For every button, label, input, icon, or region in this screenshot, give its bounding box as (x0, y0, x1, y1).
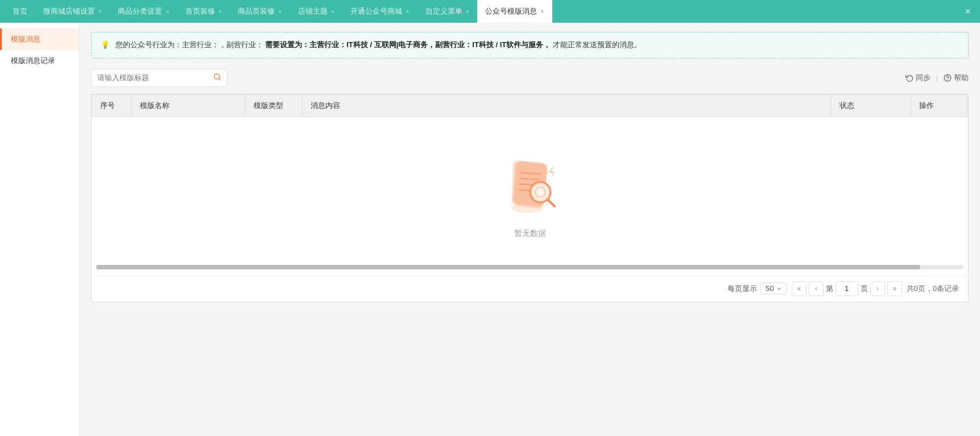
sync-button[interactable]: 同步 (905, 73, 931, 83)
close-tab-product-decoration[interactable]: × (278, 8, 282, 15)
search-button[interactable] (213, 73, 221, 82)
toolbar-right: 同步 | 帮助 (905, 73, 969, 83)
close-tab-template-msg[interactable]: × (540, 8, 544, 15)
first-page-button[interactable] (792, 281, 807, 296)
table-container: 序号 模版名称 模版类型 消息内容 状态 (91, 94, 969, 302)
sidebar-item-template-msg-log-label: 模版消息记录 (11, 56, 55, 65)
tab-shop-theme[interactable]: 店铺主题 × (290, 0, 342, 23)
close-tab-shop-theme[interactable]: × (331, 8, 334, 15)
tab-custom-menu[interactable]: 自定义菜单 × (417, 0, 477, 23)
svg-line-13 (551, 167, 553, 171)
empty-state-text: 暂无数据 (514, 229, 546, 239)
table-header-row: 序号 模版名称 模版类型 消息内容 状态 (92, 94, 968, 117)
tab-custom-menu-label: 自定义菜单 (425, 6, 462, 16)
chevron-down-icon (776, 286, 782, 292)
svg-line-16 (547, 171, 551, 173)
page-label-suffix: 页 (861, 284, 868, 294)
notice-highlight: 需要设置为：主营行业：IT科技 / 互联网|电子商务，副营行业：IT科技 / I… (265, 40, 551, 49)
close-tab-shop-settings[interactable]: × (98, 8, 102, 15)
next-page-button[interactable] (870, 281, 885, 296)
close-tab-open-mall[interactable]: × (406, 8, 409, 15)
close-tab-home-decoration[interactable]: × (218, 8, 222, 15)
col-header-name: 模版名称 (132, 94, 246, 117)
page-number-input[interactable] (836, 281, 858, 296)
scrollbar-track[interactable] (96, 265, 964, 269)
tab-home-decoration-label: 首页装修 (185, 6, 215, 16)
close-tab-custom-menu[interactable]: × (466, 8, 469, 15)
prev-page-button[interactable] (809, 281, 824, 296)
close-tab-category-settings[interactable]: × (166, 8, 169, 15)
help-label: 帮助 (954, 73, 969, 83)
main-layout: 模版消息 模版消息记录 💡 您的公众号行业为：主营行业：，副营行业： 需要设置为… (0, 23, 980, 436)
tab-template-msg[interactable]: 公众号模版消息 × (477, 0, 552, 23)
tab-product-decoration-label: 商品页装修 (238, 6, 275, 16)
page-size-label: 每页显示 (727, 284, 757, 294)
tab-shop-settings[interactable]: 微商城店铺设置 × (35, 0, 110, 23)
page-label-prefix: 第 (826, 284, 833, 294)
page-size-box[interactable]: 50 (760, 283, 787, 294)
data-table: 序号 模版名称 模版类型 消息内容 状态 (92, 94, 968, 261)
total-label: 共0页，0条记录 (907, 284, 959, 294)
tab-category-settings-label: 商品分类设置 (118, 6, 162, 16)
empty-state-icon (496, 151, 564, 219)
col-header-seq: 序号 (92, 94, 132, 117)
notice-prefix: 您的公众号行业为：主营行业：，副营行业： (115, 40, 263, 49)
svg-line-11 (548, 200, 555, 206)
notice-suffix: 才能正常发送预置的消息。 (553, 40, 642, 49)
page-size-select: 每页显示 50 (727, 283, 787, 294)
scrollbar-area[interactable] (92, 265, 968, 275)
sidebar-item-template-msg-label: 模版消息 (11, 35, 40, 43)
page-nav: 第 页 (792, 281, 902, 296)
search-input[interactable] (97, 73, 213, 82)
tab-open-mall-label: 开通公众号商城 (350, 6, 402, 16)
tab-home-label: 首页 (13, 6, 27, 16)
sync-label: 同步 (916, 73, 931, 83)
col-header-action: 操作 (911, 94, 968, 117)
empty-state: 暂无数据 (92, 117, 968, 261)
page-size-value: 50 (766, 284, 774, 293)
empty-row: 暂无数据 (92, 117, 968, 261)
toolbar-divider: | (936, 73, 938, 82)
search-input-wrap[interactable] (91, 69, 228, 87)
tab-category-settings[interactable]: 商品分类设置 × (110, 0, 177, 23)
tab-template-msg-label: 公众号模版消息 (485, 6, 537, 16)
sidebar-item-template-msg-log[interactable]: 模版消息记录 (0, 50, 79, 72)
col-header-type: 模版类型 (246, 94, 303, 117)
col-header-status: 状态 (832, 94, 911, 117)
tab-shop-theme-label: 店铺主题 (298, 6, 328, 16)
col-header-content: 消息内容 (303, 94, 832, 117)
tab-home-decoration[interactable]: 首页装修 × (177, 0, 230, 23)
notice-box: 💡 您的公众号行业为：主营行业：，副营行业： 需要设置为：主营行业：IT科技 /… (91, 32, 969, 59)
notice-icon: 💡 (101, 40, 110, 49)
sidebar-item-template-msg[interactable]: 模版消息 (0, 28, 79, 50)
tab-open-mall[interactable]: 开通公众号商城 × (342, 0, 417, 23)
tab-home[interactable]: 首页 (5, 0, 35, 23)
svg-line-1 (219, 78, 221, 80)
sidebar: 模版消息 模版消息记录 (0, 23, 80, 436)
scrollbar-thumb[interactable] (96, 265, 920, 269)
search-bar: 同步 | 帮助 (91, 69, 969, 87)
pagination: 每页显示 50 (92, 275, 968, 302)
help-button[interactable]: 帮助 (944, 73, 969, 83)
main-content: 💡 您的公众号行业为：主营行业：，副营行业： 需要设置为：主营行业：IT科技 /… (80, 23, 980, 436)
close-all-button[interactable]: × (960, 6, 975, 18)
tab-product-decoration[interactable]: 商品页装修 × (230, 0, 290, 23)
top-nav: 首页 微商城店铺设置 × 商品分类设置 × 首页装修 × 商品页装修 × 店铺主… (0, 0, 980, 23)
last-page-button[interactable] (887, 281, 902, 296)
tab-shop-settings-label: 微商城店铺设置 (43, 6, 95, 16)
